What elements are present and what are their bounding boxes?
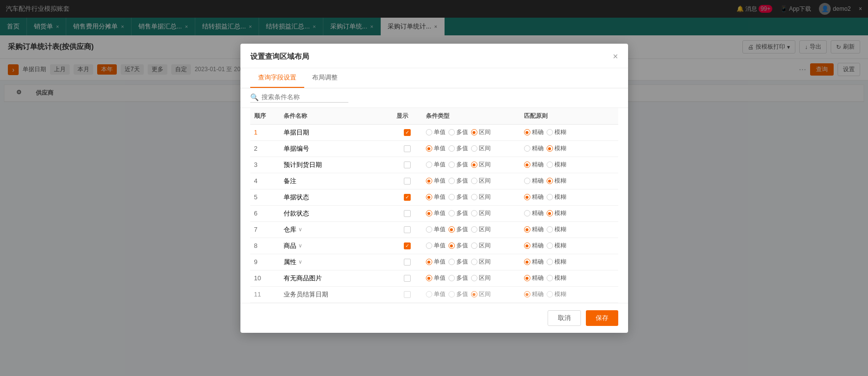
search-input[interactable] xyxy=(262,93,348,101)
search-icon: 🔍 xyxy=(250,93,259,101)
search-underline: 🔍 xyxy=(250,93,348,103)
settings-dialog: 设置查询区域布局 × 查询字段设置 布局调整 🔍 顺序 条件名称 显示 条件类型… xyxy=(240,44,628,107)
dialog-tabs: 查询字段设置 布局调整 xyxy=(240,68,628,88)
modal-overlay: 设置查询区域布局 × 查询字段设置 布局调整 🔍 顺序 条件名称 显示 条件类型… xyxy=(0,0,868,106)
dialog-tab-fields[interactable]: 查询字段设置 xyxy=(250,68,304,88)
dialog-tab-layout[interactable]: 布局调整 xyxy=(304,68,345,88)
dialog-title: 设置查询区域布局 xyxy=(250,52,309,61)
dialog-search-area: 🔍 xyxy=(240,88,628,107)
dialog-close-btn[interactable]: × xyxy=(613,52,618,62)
dialog-header: 设置查询区域布局 × xyxy=(240,44,628,68)
